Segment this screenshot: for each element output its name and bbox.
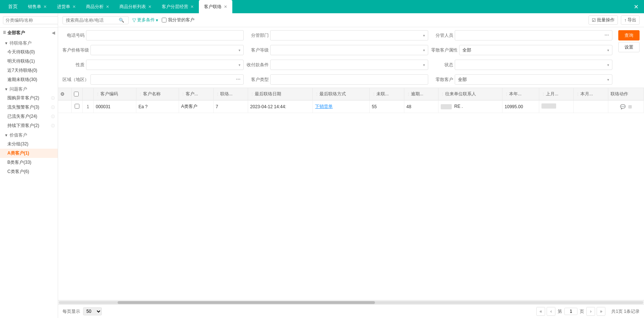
main-search-box[interactable]: 🔍 bbox=[62, 16, 129, 24]
payment-field: 收付款条件 ▾ bbox=[247, 60, 428, 70]
sidebar-item-label: 今天待联络(0) bbox=[7, 49, 35, 55]
row-name-cell: Ea ? bbox=[136, 100, 179, 113]
horizontal-scrollbar[interactable] bbox=[58, 300, 644, 304]
main-search-icon[interactable]: 🔍 bbox=[119, 18, 124, 23]
sidebar-search-input[interactable] bbox=[3, 16, 58, 24]
manager-label: 分管人员 bbox=[431, 32, 453, 39]
page-number-input[interactable] bbox=[564, 308, 577, 315]
sidebar-item[interactable]: 今天待联络(0) bbox=[0, 47, 58, 57]
customer-type-input[interactable] bbox=[270, 74, 428, 85]
sidebar-group-label[interactable]: ▼待联络客户 bbox=[0, 38, 58, 47]
row-action-cell[interactable]: 💬 ⊞ bbox=[608, 100, 644, 113]
table-body: 1 000031 Ea ? A类客户 7 2023-04-12 14:44: 下… bbox=[58, 100, 644, 113]
manager-input[interactable]: ••• bbox=[455, 30, 612, 40]
sidebar-item-label: 流失预警客户(3) bbox=[7, 104, 39, 110]
sidebar-item[interactable]: 流失预警客户(3)ⓘ bbox=[0, 103, 58, 112]
tab-close-icon[interactable]: ✕ bbox=[148, 4, 151, 9]
sidebar-item-label: 未分组(32) bbox=[7, 141, 28, 147]
sidebar-item[interactable]: A类客户(1) bbox=[0, 149, 58, 158]
tab-close-icon[interactable]: ✕ bbox=[106, 4, 109, 9]
row-checkbox[interactable] bbox=[75, 104, 79, 109]
my-customers-checkbox-area[interactable]: 我分管的客户 bbox=[162, 17, 194, 23]
main-search-input[interactable] bbox=[66, 18, 117, 23]
nav-tab-商品分析[interactable]: 商品分析✕ bbox=[81, 0, 114, 13]
nav-tab-商品分析列表[interactable]: 商品分析列表✕ bbox=[114, 0, 157, 13]
sidebar-item-label: 近7天待联络(0) bbox=[7, 67, 37, 74]
sidebar-group: ▼待联络客户今天待联络(0)明天待联络(1)近7天待联络(0)逾期未联络(30) bbox=[0, 38, 58, 84]
retail-customer-select[interactable]: 全部▾ bbox=[455, 74, 612, 85]
customers-table: ⚙ ⋮客户编码 ⋮客户名称 ⋮客户... ⋮联络... ⋮最后联络日期 ⋮最后联… bbox=[58, 88, 644, 113]
col-this-month: ⋮本月... bbox=[574, 88, 608, 100]
nav-home[interactable]: 首页 bbox=[3, 0, 23, 13]
manager-field: 分管人员 ••• bbox=[431, 30, 612, 40]
settings-button[interactable]: 设置 bbox=[618, 42, 640, 52]
tab-close-icon[interactable]: ✕ bbox=[43, 4, 47, 9]
info-icon: ⓘ bbox=[51, 114, 55, 119]
status-label: 状态 bbox=[431, 62, 453, 68]
col-check-all[interactable] bbox=[71, 88, 82, 100]
group-arrow-icon: ▼ bbox=[4, 87, 8, 91]
group-label-text: 问题客户 bbox=[10, 86, 27, 92]
message-icon[interactable]: 💬 bbox=[620, 104, 626, 109]
group-arrow-icon: ▼ bbox=[4, 41, 8, 45]
sidebar-item[interactable]: C类客户(6) bbox=[0, 167, 58, 176]
sidebar-item[interactable]: B类客户(33) bbox=[0, 158, 58, 167]
payment-select[interactable]: ▾ bbox=[270, 60, 428, 70]
close-window-button[interactable]: ✕ bbox=[631, 1, 641, 12]
retail-attr-select[interactable]: 全部▾ bbox=[459, 45, 612, 55]
next-page-button[interactable]: › bbox=[586, 307, 595, 316]
more-conditions-button[interactable]: ▽ 更多条件 ▾ bbox=[132, 17, 158, 23]
sidebar-item[interactable]: 近7天待联络(0) bbox=[0, 66, 58, 75]
filter-actions: 查询 设置 bbox=[618, 30, 640, 52]
sidebar-item-label: B类客户(33) bbox=[7, 159, 31, 166]
nav-tab-销售单[interactable]: 销售单✕ bbox=[23, 0, 52, 13]
nav-tab-客户联络[interactable]: 客户联络✕ bbox=[199, 0, 232, 13]
nature-select[interactable]: ▾ bbox=[86, 60, 244, 70]
sidebar-item[interactable]: 已流失客户(24)ⓘ bbox=[0, 112, 58, 121]
price-level-field: 客户价格等级 ▾ bbox=[62, 45, 244, 55]
sidebar-collapse-icon[interactable]: ◀ bbox=[52, 31, 55, 35]
tab-close-icon[interactable]: ✕ bbox=[72, 4, 76, 9]
filter-icon: ▽ bbox=[132, 17, 136, 23]
region-input[interactable]: ••• bbox=[90, 74, 244, 85]
export-button[interactable]: ↑ 导出 bbox=[621, 15, 640, 25]
tab-close-icon[interactable]: ✕ bbox=[190, 4, 194, 9]
tab-close-icon[interactable]: ✕ bbox=[224, 4, 227, 9]
sidebar-group-label[interactable]: ▼问题客户 bbox=[0, 84, 58, 93]
tab-label: 销售单 bbox=[28, 4, 41, 10]
batch-operation-button[interactable]: ☑ 批量操作 bbox=[588, 15, 618, 25]
first-page-button[interactable]: « bbox=[536, 307, 545, 316]
last-page-button[interactable]: » bbox=[597, 307, 605, 316]
dept-select[interactable]: ▾ bbox=[270, 30, 428, 40]
price-level-select[interactable]: ▾ bbox=[90, 45, 244, 55]
nav-tab-客户分层经营[interactable]: 客户分层经营✕ bbox=[157, 0, 199, 13]
row-last-method-cell[interactable]: 下销货单 bbox=[313, 100, 369, 113]
phone-input[interactable] bbox=[86, 30, 244, 40]
action-icon[interactable]: ⊞ bbox=[628, 104, 632, 109]
prev-page-button[interactable]: ‹ bbox=[547, 307, 555, 316]
scrollbar-thumb[interactable] bbox=[118, 301, 375, 304]
customer-level-field: 客户等级 ▾ bbox=[247, 45, 428, 55]
page-size-select[interactable]: 50 100 200 bbox=[83, 307, 102, 315]
filter-toolbar: 🔍 ▽ 更多条件 ▾ 我分管的客户 ☑ 批量操作 ↑ 导出 bbox=[58, 13, 644, 27]
sidebar-group-label[interactable]: ▼价值客户 bbox=[0, 130, 58, 139]
col-contact: ⋮联络... bbox=[213, 88, 248, 100]
grid-icon: ⠿ bbox=[3, 31, 6, 35]
query-button[interactable]: 查询 bbox=[618, 30, 640, 40]
last-method-link[interactable]: 下销货单 bbox=[315, 104, 333, 109]
sidebar-item[interactable]: 逾期未联络(30) bbox=[0, 75, 58, 84]
sidebar-item[interactable]: 持续下滑客户(2)ⓘ bbox=[0, 121, 58, 130]
row-check-cell[interactable] bbox=[71, 100, 82, 113]
my-customers-checkbox[interactable] bbox=[162, 18, 167, 22]
check-all-checkbox[interactable] bbox=[74, 92, 79, 96]
col-settings[interactable]: ⚙ bbox=[58, 88, 71, 100]
sidebar-item[interactable]: 囤购异常客户(2)ⓘ bbox=[0, 93, 58, 103]
customer-level-select[interactable]: ▾ bbox=[270, 45, 428, 55]
col-this-year: ⋮本年... bbox=[502, 88, 539, 100]
sidebar-item[interactable]: 未分组(32) bbox=[0, 139, 58, 149]
status-select[interactable]: ▾ bbox=[455, 60, 612, 70]
sidebar-all-customers-header[interactable]: ⠿ 全部客户 ◀ bbox=[0, 28, 58, 38]
status-field: 状态 ▾ bbox=[431, 60, 612, 70]
nav-tab-进货单[interactable]: 进货单✕ bbox=[52, 0, 81, 13]
sidebar-item[interactable]: 明天待联络(1) bbox=[0, 57, 58, 66]
